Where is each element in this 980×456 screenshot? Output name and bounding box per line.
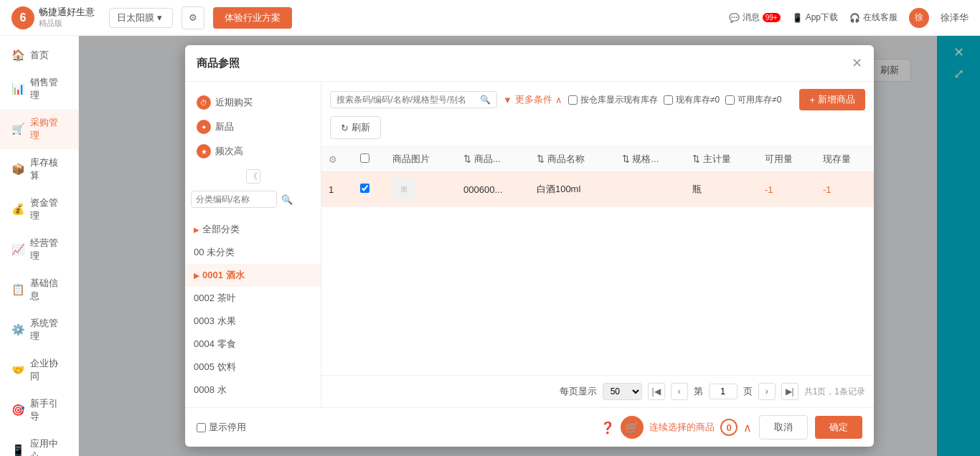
th-code[interactable]: ⇅ 商品... (456, 147, 529, 172)
stock-not-zero-checkbox[interactable] (664, 95, 673, 105)
sidebar-item-app[interactable]: 📱 应用中心 (0, 430, 78, 456)
chevron-down-icon: ▾ (157, 12, 162, 23)
quick-item-frequent[interactable]: ★ 频次高 (191, 139, 315, 163)
modal-header: 商品参照 ✕ (185, 45, 874, 82)
th-stock: 现存量 (816, 147, 874, 172)
content-area: 查询 设置 刷新 ✕ ⤢ 商品参照 ✕ (79, 36, 980, 456)
sidebar-item-finance[interactable]: 💰 资金管理 (0, 189, 78, 229)
cat-0008-label: 0008 水 (194, 384, 227, 396)
cat-0005-label: 0005 饮料 (194, 361, 236, 374)
table-row[interactable]: 1 图 (321, 172, 874, 207)
refresh-icon: ↻ (341, 123, 349, 133)
cat-item-0003[interactable]: 0003 水果 (185, 310, 321, 333)
modal-close-icon[interactable]: ✕ (852, 55, 862, 71)
products-table: ⚙ 商品图片 ⇅ 商品... ⇅ 商品名称 (321, 147, 874, 207)
online-service-label: 在线客服 (863, 11, 897, 24)
cat-item-0004[interactable]: 0004 零食 (185, 333, 321, 356)
cat-item-0005[interactable]: 0005 饮料 (185, 356, 321, 379)
modal-dialog: 商品参照 ✕ ⏱ 近期购买 ✦ 新 (185, 45, 874, 447)
checkbox-available-not-zero[interactable]: 可用库存≠0 (725, 94, 781, 106)
th-name[interactable]: ⇅ 商品名称 (529, 147, 615, 172)
cat-item-0002[interactable]: 0002 茶叶 (185, 287, 321, 310)
search-icon[interactable]: 🔍 (480, 95, 491, 105)
th-spec[interactable]: ⇅ 规格... (615, 147, 685, 172)
available-not-zero-checkbox[interactable] (725, 95, 735, 105)
page-size-label: 每页显示 (560, 385, 597, 398)
collapse-panel-btn[interactable]: 《 (246, 169, 260, 184)
help-icon[interactable]: ❓ (600, 421, 615, 434)
filter-label: 更多条件 (515, 93, 552, 106)
column-settings-icon[interactable]: ⚙ (329, 154, 337, 165)
quick-item-recent[interactable]: ⏱ 近期购买 (191, 90, 315, 115)
search-input[interactable] (336, 95, 480, 105)
row-checkbox[interactable] (360, 184, 369, 193)
available-not-zero-label: 可用库存≠0 (738, 94, 781, 106)
sidebar-item-basic[interactable]: 📋 基础信息 (0, 270, 78, 310)
cart-collapse-icon[interactable]: ∧ (743, 421, 752, 434)
sidebar-item-purchase[interactable]: 🛒 采购管理 (0, 109, 78, 149)
product-thumbnail: 图 (392, 178, 415, 201)
checkbox-stock-not-zero[interactable]: 现有库存≠0 (664, 94, 720, 106)
cat-item-0008[interactable]: 0008 水 (185, 379, 321, 402)
settings-btn[interactable]: ⚙ (182, 6, 204, 29)
category-panel: ⏱ 近期购买 ✦ 新品 ★ 频次高 (185, 82, 321, 407)
page-number-input[interactable] (709, 384, 738, 399)
cat-item-00[interactable]: 00 未分类 (185, 241, 321, 264)
cat-item-all[interactable]: ▶ 全部分类 (185, 218, 321, 241)
online-service-btn[interactable]: 🎧 在线客服 (849, 11, 897, 24)
checkbox-by-warehouse[interactable]: 按仓库显示现有库存 (568, 94, 658, 106)
username-text: 徐泽华 (941, 11, 969, 24)
cancel-btn[interactable]: 取消 (759, 415, 808, 440)
td-spec (615, 172, 685, 207)
show-disabled-label[interactable]: 显示停用 (197, 421, 246, 434)
last-page-btn[interactable]: ▶| (781, 383, 798, 400)
sidebar-label-inventory: 库存核算 (30, 156, 67, 182)
total-info: 共1页，1条记录 (804, 386, 865, 398)
logo-text-area: 畅捷通好生意 精品版 (39, 6, 95, 29)
sidebar-label-sales: 销售管理 (30, 76, 67, 102)
cat-item-0001[interactable]: ▶ 0001 酒水 (185, 264, 321, 287)
quick-item-new[interactable]: ✦ 新品 (191, 115, 315, 139)
prev-page-btn[interactable]: ‹ (671, 383, 688, 400)
sidebar-item-enterprise[interactable]: 🤝 企业协同 (0, 350, 78, 390)
sidebar-item-inventory[interactable]: 📦 库存核算 (0, 149, 78, 189)
first-page-btn[interactable]: |◀ (648, 383, 665, 400)
cat-search-icon[interactable]: 🔍 (281, 194, 293, 205)
confirm-btn[interactable]: 确定 (815, 416, 862, 439)
product-toolbar: 🔍 ▼ 更多条件 ∧ 按仓库显示现有库存 (321, 82, 874, 147)
td-unit: 瓶 (685, 172, 758, 207)
page-label: 第 (694, 385, 703, 398)
by-warehouse-checkbox[interactable] (568, 95, 578, 105)
message-badge: 99+ (763, 13, 781, 22)
th-unit[interactable]: ⇅ 主计量 (685, 147, 758, 172)
store-name: 日太阳膜 (117, 11, 154, 24)
filter-btn[interactable]: ▼ 更多条件 ∧ (503, 93, 562, 106)
user-name: 徐 (915, 11, 923, 24)
show-disabled-checkbox[interactable] (197, 423, 206, 432)
refresh-btn[interactable]: ↻ 刷新 (330, 116, 381, 139)
add-product-btn[interactable]: + 新增商品 (799, 89, 865, 110)
page-size-select[interactable]: 50 100 (603, 383, 642, 400)
cat-search-input[interactable] (191, 191, 277, 208)
sidebar-label-app: 应用中心 (30, 437, 67, 456)
select-all-checkbox[interactable] (360, 153, 369, 163)
stock-not-zero-label: 现有库存≠0 (676, 94, 720, 106)
sidebar-item-home[interactable]: 🏠 首页 (0, 42, 78, 69)
sidebar-item-system[interactable]: ⚙️ 系统管理 (0, 310, 78, 350)
td-available: -1 (758, 172, 816, 207)
message-btn[interactable]: 💬 消息 99+ (729, 11, 781, 24)
all-arrow-icon: ▶ (194, 226, 199, 234)
sidebar-item-sales[interactable]: 📊 销售管理 (0, 69, 78, 109)
cart-icon[interactable]: 🛒 (621, 416, 644, 439)
sidebar-item-guide[interactable]: 🎯 新手引导 (0, 390, 78, 430)
sidebar-item-operation[interactable]: 📈 经营管理 (0, 229, 78, 270)
message-label: 消息 (743, 11, 760, 24)
filter-icon: ▼ (503, 95, 512, 105)
store-selector[interactable]: 日太阳膜 ▾ (109, 8, 173, 28)
trial-button[interactable]: 体验行业方案 (213, 7, 292, 29)
cat-0004-label: 0004 零食 (194, 338, 236, 351)
avatar[interactable]: 徐 (909, 8, 929, 28)
next-page-btn[interactable]: › (758, 383, 776, 400)
cat-item-0010[interactable]: 0010 家电 (185, 402, 321, 407)
app-download-btn[interactable]: 📱 App下载 (792, 11, 838, 24)
